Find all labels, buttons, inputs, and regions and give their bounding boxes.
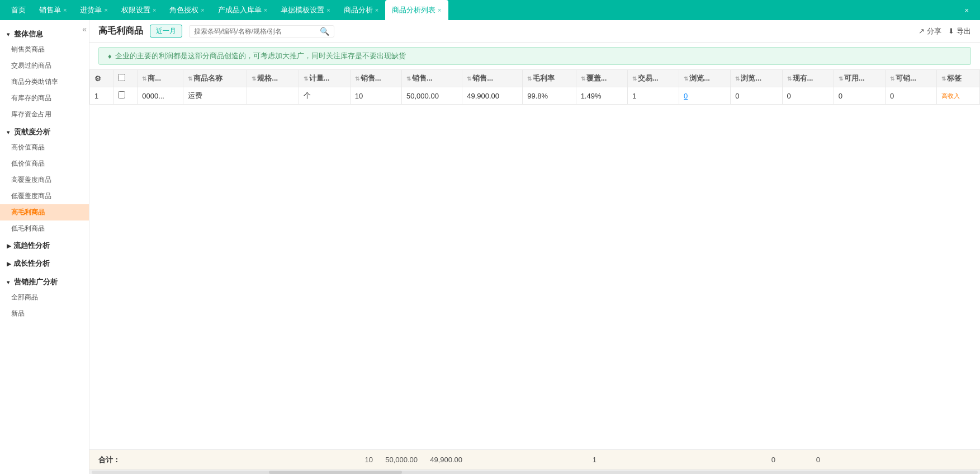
info-icon: ♦ bbox=[108, 52, 112, 60]
col-header-saleable[interactable]: ⇅可销... bbox=[886, 70, 937, 87]
nav-item-商品分析[interactable]: 商品分析× bbox=[337, 0, 385, 20]
row-checkbox-0[interactable] bbox=[118, 91, 125, 98]
sort-icon-coverage: ⇅ bbox=[581, 76, 585, 82]
sidebar-collapse-btn[interactable]: « bbox=[82, 25, 87, 34]
nav-item-首页[interactable]: 首页 bbox=[4, 0, 32, 20]
app-close-btn[interactable]: × bbox=[958, 0, 976, 20]
sidebar-item-商品分类助销率[interactable]: 商品分类助销率 bbox=[0, 74, 89, 90]
cell-available-0: 0 bbox=[834, 87, 885, 105]
sidebar-item-新品[interactable]: 新品 bbox=[0, 306, 89, 322]
footer-cell-15: 0 bbox=[735, 456, 780, 464]
sort-icon-sales_profit: ⇅ bbox=[467, 76, 471, 82]
footer-cell-9 bbox=[467, 456, 512, 464]
col-header-name[interactable]: ⇅商品名称 bbox=[183, 70, 247, 87]
share-btn[interactable]: ↗ 分享 bbox=[919, 26, 941, 36]
sort-icon-browse1: ⇅ bbox=[684, 76, 688, 82]
footer-cell-11: 1 bbox=[556, 456, 601, 464]
nav-item-单据模板设置[interactable]: 单据模板设置× bbox=[274, 0, 337, 20]
cell-saleable-0: 0 bbox=[886, 87, 937, 105]
search-input[interactable] bbox=[194, 27, 320, 35]
nav-item-销售单[interactable]: 销售单× bbox=[32, 0, 73, 20]
sidebar-item-有库存的商品[interactable]: 有库存的商品 bbox=[0, 90, 89, 106]
data-table: ⚙⇅商...⇅商品名称⇅规格...⇅计量...⇅销售...⇅销售...⇅销售..… bbox=[89, 69, 980, 105]
search-icon[interactable]: 🔍 bbox=[320, 27, 329, 36]
sort-icon-saleable: ⇅ bbox=[890, 76, 894, 82]
sidebar-item-低毛利商品[interactable]: 低毛利商品 bbox=[0, 220, 89, 237]
col-header-current_stock[interactable]: ⇅现有... bbox=[782, 70, 834, 87]
nav-close-角色授权[interactable]: × bbox=[201, 7, 204, 13]
nav-close-权限设置[interactable]: × bbox=[153, 7, 156, 13]
footer-cell-5 bbox=[299, 456, 333, 464]
sidebar-item-高覆盖度商品[interactable]: 高覆盖度商品 bbox=[0, 172, 89, 188]
nav-item-商品分析列表[interactable]: 商品分析列表× bbox=[385, 0, 448, 20]
scrollbar-thumb[interactable] bbox=[269, 471, 402, 474]
sidebar-item-低价值商品[interactable]: 低价值商品 bbox=[0, 156, 89, 172]
sidebar-group-expand-流趋性分析[interactable]: ▶流趋性分析 bbox=[0, 237, 89, 255]
info-text: 企业的主要的利润都是这部分商品创造的，可考虑加大推广，同时关注库存是不要出现缺货 bbox=[115, 51, 406, 61]
tag-badge: 高收入 bbox=[941, 92, 960, 99]
sort-icon-gross_rate: ⇅ bbox=[527, 76, 532, 82]
nav-close-商品分析列表[interactable]: × bbox=[438, 7, 441, 13]
col-header-unit[interactable]: ⇅计量... bbox=[299, 70, 350, 87]
sidebar-group-贡献度分析[interactable]: ▾贡献度分析 bbox=[0, 123, 89, 139]
nav-item-产成品入库单[interactable]: 产成品入库单× bbox=[211, 0, 274, 20]
horizontal-scrollbar[interactable] bbox=[89, 470, 980, 474]
select-all-checkbox[interactable] bbox=[118, 74, 125, 81]
sidebar-group-整体信息[interactable]: ▾整体信息 bbox=[0, 25, 89, 41]
cell-tag-0[interactable]: 高收入 bbox=[937, 87, 980, 105]
nav-close-销售单[interactable]: × bbox=[63, 7, 67, 13]
export-btn[interactable]: ⬇ 导出 bbox=[948, 26, 971, 36]
col-header-browse1[interactable]: ⇅浏览... bbox=[679, 70, 731, 87]
sidebar-item-高毛利商品[interactable]: 高毛利商品 bbox=[0, 204, 89, 220]
col-header-sales_qty[interactable]: ⇅销售... bbox=[350, 70, 401, 87]
cell-browse2-0: 0 bbox=[731, 87, 782, 105]
footer-cell-17 bbox=[825, 456, 869, 464]
cell-current_stock-0: 0 bbox=[782, 87, 834, 105]
sidebar-group-expand-成长性分析[interactable]: ▶成长性分析 bbox=[0, 255, 89, 273]
sidebar-group-营销推广分析[interactable]: ▾营销推广分析 bbox=[0, 273, 89, 289]
nav-item-权限设置[interactable]: 权限设置× bbox=[115, 0, 163, 20]
col-header-transaction[interactable]: ⇅交易... bbox=[627, 70, 679, 87]
share-label: 分享 bbox=[927, 26, 941, 36]
chevron-down-icon: ▾ bbox=[7, 279, 10, 285]
nav-item-角色授权[interactable]: 角色授权× bbox=[163, 0, 211, 20]
chevron-right-icon: ▶ bbox=[7, 261, 11, 267]
nav-close-进货单[interactable]: × bbox=[104, 7, 107, 13]
nav-close-单据模板设置[interactable]: × bbox=[326, 7, 330, 13]
col-header-sales_profit[interactable]: ⇅销售... bbox=[462, 70, 523, 87]
col-header-available[interactable]: ⇅可用... bbox=[834, 70, 885, 87]
settings-icon[interactable]: ⚙ bbox=[94, 74, 101, 83]
footer-cell-4 bbox=[266, 456, 299, 464]
col-header-index[interactable]: ⚙ bbox=[90, 70, 113, 87]
browse1-link[interactable]: 0 bbox=[684, 92, 688, 100]
period-btn-month[interactable]: 近一月 bbox=[150, 25, 182, 37]
footer-cell-10 bbox=[512, 456, 556, 464]
cell-spec-0 bbox=[247, 87, 299, 105]
sidebar-item-高价值商品[interactable]: 高价值商品 bbox=[0, 139, 89, 156]
col-header-sales_amount[interactable]: ⇅销售... bbox=[402, 70, 462, 87]
cell-checkbox-0 bbox=[113, 87, 137, 105]
sidebar-item-交易过的商品[interactable]: 交易过的商品 bbox=[0, 58, 89, 74]
sort-icon-unit: ⇅ bbox=[304, 76, 308, 82]
sidebar-item-库存资金占用[interactable]: 库存资金占用 bbox=[0, 106, 89, 123]
col-header-gross_rate[interactable]: ⇅毛利率 bbox=[523, 70, 576, 87]
table-wrapper: ⚙⇅商...⇅商品名称⇅规格...⇅计量...⇅销售...⇅销售...⇅销售..… bbox=[89, 69, 980, 449]
sidebar-item-全部商品[interactable]: 全部商品 bbox=[0, 289, 89, 306]
col-header-checkbox[interactable] bbox=[113, 70, 137, 87]
nav-item-进货单[interactable]: 进货单× bbox=[73, 0, 114, 20]
nav-close-商品分析[interactable]: × bbox=[375, 7, 378, 13]
footer-cell-1 bbox=[148, 456, 165, 464]
footer-cell-0 bbox=[131, 456, 148, 464]
col-header-spec[interactable]: ⇅规格... bbox=[247, 70, 299, 87]
sidebar-item-销售类商品[interactable]: 销售类商品 bbox=[0, 41, 89, 58]
nav-close-产成品入库单[interactable]: × bbox=[264, 7, 267, 13]
col-header-browse2[interactable]: ⇅浏览... bbox=[731, 70, 782, 87]
cell-browse1-0[interactable]: 0 bbox=[679, 87, 731, 105]
sidebar-item-低覆盖度商品[interactable]: 低覆盖度商品 bbox=[0, 188, 89, 204]
col-header-coverage[interactable]: ⇅覆盖... bbox=[576, 70, 627, 87]
footer-label: 合计： bbox=[98, 455, 120, 465]
cell-name-0: 运费 bbox=[183, 87, 247, 105]
col-header-tag[interactable]: ⇅标签 bbox=[937, 70, 980, 87]
footer-cell-16: 0 bbox=[780, 456, 825, 464]
col-header-code[interactable]: ⇅商... bbox=[138, 70, 183, 87]
